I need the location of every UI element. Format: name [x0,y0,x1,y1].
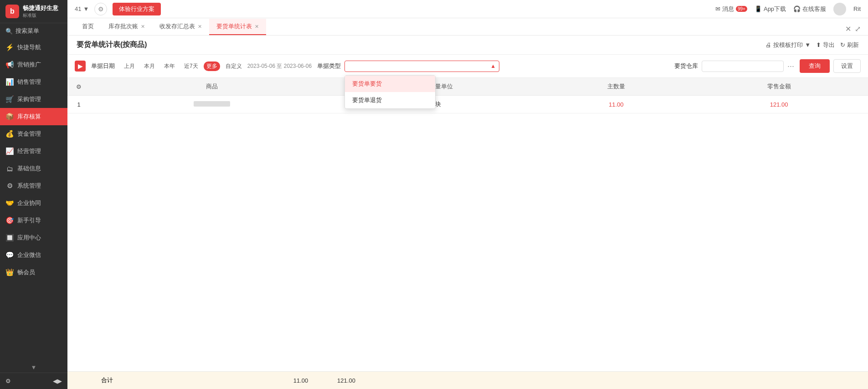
online-service-btn[interactable]: 🎧 在线客服 [793,5,826,13]
export-label: 导出 [823,41,835,49]
filter-type-dropdown: 要货单要货 要货单退货 [344,75,436,109]
sidebar-item-basic-info[interactable]: 🗂 基础信息 [0,160,67,177]
sidebar-item-cooperation[interactable]: 🤝 企业协同 [0,194,67,212]
date-this-year-btn[interactable]: 本年 [160,61,179,72]
date-more-btn[interactable]: 更多 [204,61,220,71]
sidebar-item-finance[interactable]: 💰 资金管理 [0,125,67,143]
tab-order-summary[interactable]: 要货单统计表 ✕ [209,19,266,35]
app-center-icon: 🔲 [5,234,14,242]
app-subtitle: 标准版 [23,12,58,18]
cell-seq: 1 [67,96,90,113]
print-icon: 🖨 [765,41,771,48]
finance-icon: 💰 [5,130,14,138]
user-avatar[interactable] [833,3,846,15]
sidebar: b 畅捷通好生意 标准版 🔍 搜索菜单 ⚡ 快捷导航 📢 营销推广 📊 销售管理… [0,0,67,389]
page-content: 要货单统计表(按商品) 🖨 按模板打印 ▼ ⬆ 导出 ↻ 刷新 ▶ [67,36,868,389]
tab-inventory-batch[interactable]: 库存批次账 ✕ [101,19,152,35]
sidebar-item-label: 基础信息 [17,164,41,173]
query-btn[interactable]: 查询 [800,59,830,73]
tab-receipt-summary[interactable]: 收发存汇总表 ✕ [152,19,209,35]
sidebar-item-system[interactable]: ⚙ 系统管理 [0,177,67,194]
sidebar-item-app-center[interactable]: 🔲 应用中心 [0,229,67,246]
inventory-icon: 📦 [5,113,14,121]
table-row: 1 块 11.00 121.00 [67,96,868,113]
sidebar-bottom: ⚙ ◀▶ [0,373,67,389]
tab-order-summary-label: 要货单统计表 [216,22,252,31]
messages-btn[interactable]: ✉ 消息 99+ [715,5,747,13]
cell-product [90,96,334,113]
product-placeholder [194,101,230,107]
title-actions: 🖨 按模板打印 ▼ ⬆ 导出 ↻ 刷新 [765,41,859,49]
main-area: 41 ▼ ⚙ 体验行业方案 ✉ 消息 99+ 📱 App下载 🎧 在线客服 Ri… [67,0,868,389]
filter-warehouse-input[interactable] [702,61,784,72]
date-last-month-btn[interactable]: 上月 [120,61,139,72]
sidebar-item-label: 系统管理 [17,182,41,190]
quick-nav-icon: ⚡ [5,43,14,51]
sidebar-item-label: 销售管理 [17,78,41,86]
filter-type-label: 单据类型 [317,62,341,70]
dropdown-item-order-receive[interactable]: 要货单要货 [345,76,435,92]
dropdown-item-order-return[interactable]: 要货单退货 [345,92,435,108]
sidebar-scroll-down[interactable]: ▼ [0,362,67,373]
app-download-btn[interactable]: 📱 App下载 [755,5,786,13]
col-settings[interactable]: ⚙ [67,78,90,96]
branch-name: 41 [75,5,81,12]
settings-btn[interactable]: 设置 [833,59,861,73]
close-all-tabs-btn[interactable]: ✕ [845,25,851,33]
footer-total-label: 合计 [96,376,223,384]
header-left: 41 ▼ ⚙ 体验行业方案 [75,3,161,15]
operation-icon: 📈 [5,147,14,155]
sidebar-item-purchase[interactable]: 🛒 采购管理 [0,91,67,108]
marketing-icon: 📢 [5,61,14,69]
trial-industry-btn[interactable]: 体验行业方案 [113,3,161,15]
branch-selector[interactable]: 41 ▼ [75,5,89,12]
date-range-text: 2023-05-06 至 2023-06-06 [247,62,312,70]
expand-tabs-btn[interactable]: ⤢ [855,25,861,33]
messages-label: 消息 [722,5,734,13]
close-inventory-batch-tab[interactable]: ✕ [141,24,145,30]
sidebar-item-label: 营销推广 [17,61,41,69]
settings-icon[interactable]: ⚙ [5,378,11,384]
filter-more-options-btn[interactable]: ··· [787,61,794,71]
close-order-summary-tab[interactable]: ✕ [255,24,259,30]
gear-button[interactable]: ⚙ [94,3,107,15]
sidebar-item-guide[interactable]: 🎯 新手引导 [0,212,67,229]
search-menu-btn[interactable]: 🔍 搜索菜单 [0,23,67,39]
refresh-btn[interactable]: ↻ 刷新 [840,41,859,49]
sidebar-item-label: 资金管理 [17,130,41,138]
branch-dropdown-icon: ▼ [83,5,89,12]
export-btn[interactable]: ⬆ 导出 [816,41,835,49]
online-service-label: 在线客服 [802,5,826,13]
export-icon: ⬆ [816,41,821,48]
sidebar-collapse-btn[interactable]: ◀▶ [53,378,62,384]
refresh-icon: ↻ [840,41,845,48]
sidebar-item-inventory[interactable]: 📦 库存核算 [0,108,67,125]
filter-expand-btn[interactable]: ▶ [75,61,86,72]
date-7days-btn[interactable]: 近7天 [180,61,202,72]
sidebar-item-quick-nav[interactable]: ⚡ 快捷导航 [0,39,67,56]
filter-type-input[interactable] [344,61,499,72]
sidebar-item-label: 快捷导航 [17,43,41,51]
close-receipt-summary-tab[interactable]: ✕ [198,24,202,30]
sidebar-item-label: 新手引导 [17,216,41,225]
table-footer: 合计 11.00 121.00 [67,371,868,389]
sidebar-item-sales[interactable]: 📊 销售管理 [0,73,67,91]
data-table: ⚙ 商品 主计量单位 主数量 零售金额 1 块 11.00 [67,78,868,113]
cell-amount: 121.00 [690,96,868,113]
filter-warehouse-section: 要货仓库 ··· [674,61,794,72]
tab-inventory-batch-label: 库存批次账 [108,22,138,31]
date-custom-btn[interactable]: 自定义 [222,61,246,72]
sidebar-item-label: 应用中心 [17,234,41,242]
date-this-month-btn[interactable]: 本月 [140,61,159,72]
sidebar-item-operation[interactable]: 📈 经营管理 [0,143,67,160]
sidebar-item-label: 畅会员 [17,268,35,276]
sidebar-item-member[interactable]: 👑 畅会员 [0,264,67,281]
print-template-btn[interactable]: 🖨 按模板打印 ▼ [765,41,811,49]
tab-bar: 首页 库存批次账 ✕ 收发存汇总表 ✕ 要货单统计表 ✕ ✕ ⤢ [67,18,868,36]
sidebar-item-marketing[interactable]: 📢 营销推广 [0,56,67,73]
sidebar-item-label: 库存核算 [17,113,41,121]
tab-home[interactable]: 首页 [75,19,101,35]
sidebar-item-wechat[interactable]: 💬 企业微信 [0,246,67,264]
nav-menu: ⚡ 快捷导航 📢 营销推广 📊 销售管理 🛒 采购管理 📦 库存核算 💰 资金管… [0,39,67,362]
app-download-icon: 📱 [755,5,762,12]
